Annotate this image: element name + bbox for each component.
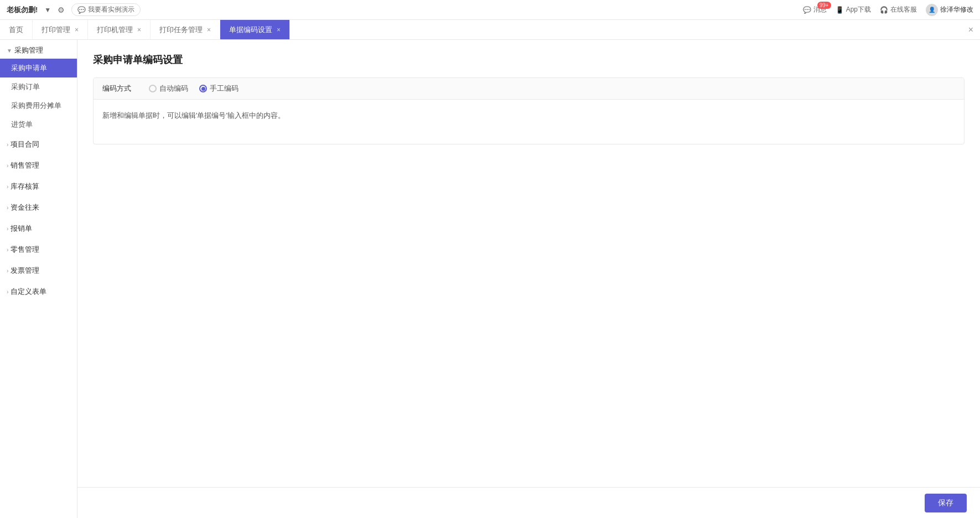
- auto-code-label: 自动编码: [159, 84, 188, 94]
- sidebar-item-purchase-request[interactable]: 采购申请单: [0, 59, 77, 77]
- chevron-right-icon-2: ›: [7, 163, 8, 169]
- sidebar-group-expense[interactable]: › 报销单: [0, 218, 77, 239]
- app-label: App下载: [846, 5, 871, 14]
- sidebar-item-purchase-expense[interactable]: 采购费用分摊单: [0, 96, 77, 115]
- encoding-description: 新增和编辑单据时，可以编辑'单据编号'输入框中的内容。: [94, 100, 964, 144]
- chevron-right-icon-5: ›: [7, 226, 8, 232]
- manual-code-circle: [199, 85, 207, 92]
- sidebar-group-project-label: 项目合同: [11, 139, 39, 149]
- sidebar: ▼ 采购管理 采购申请单 采购订单 采购费用分摊单 进货单 › 项目合同 › 销…: [0, 40, 77, 518]
- tab-bar-close-button[interactable]: ×: [962, 20, 980, 39]
- encoding-header: 编码方式 自动编码 手工编码: [94, 78, 964, 100]
- avatar: 👤: [926, 4, 938, 16]
- demo-label: 我要看实例演示: [88, 5, 134, 14]
- sidebar-group-sales-label: 销售管理: [11, 160, 39, 170]
- sidebar-group-expense-label: 报销单: [11, 224, 32, 234]
- sidebar-group-finance-label: 资金往来: [11, 203, 39, 213]
- service-label: 在线客服: [890, 5, 917, 14]
- sidebar-group-inventory[interactable]: › 库存核算: [0, 176, 77, 197]
- sidebar-item-purchase-order[interactable]: 采购订单: [0, 77, 77, 96]
- encoding-radio-group: 自动编码 手工编码: [149, 84, 238, 94]
- manual-code-label: 手工编码: [210, 84, 238, 94]
- content-inner: 采购申请单编码设置 编码方式 自动编码 手工编码: [77, 40, 980, 487]
- dropdown-icon[interactable]: ▼: [44, 6, 51, 14]
- sidebar-group-purchase-label: 采购管理: [14, 45, 43, 55]
- top-bar-right: 💬 消息 99+ 📱 App下载 🎧 在线客服 👤 徐泽华修改: [803, 4, 973, 16]
- sidebar-group-retail[interactable]: › 零售管理: [0, 239, 77, 260]
- online-service-button[interactable]: 🎧 在线客服: [880, 5, 917, 14]
- tab-encoding-settings-close[interactable]: ×: [277, 26, 281, 34]
- tab-encoding-settings[interactable]: 单据编码设置 ×: [220, 20, 290, 39]
- content-area: 采购申请单编码设置 编码方式 自动编码 手工编码: [77, 40, 980, 518]
- tab-printer-management-close[interactable]: ×: [137, 26, 141, 34]
- app-icon: 📱: [836, 6, 844, 14]
- sidebar-group-finance[interactable]: › 资金往来: [0, 197, 77, 218]
- user-menu[interactable]: 👤 徐泽华修改: [926, 4, 973, 16]
- tab-encoding-settings-label: 单据编码设置: [229, 25, 272, 35]
- sidebar-group-retail-label: 零售管理: [11, 245, 39, 255]
- sidebar-group-invoice-label: 发票管理: [11, 266, 39, 276]
- tab-bar: 首页 打印管理 × 打印机管理 × 打印任务管理 × 单据编码设置 × ×: [0, 20, 980, 40]
- user-name: 徐泽华修改: [940, 5, 973, 14]
- sidebar-group-purchase[interactable]: ▼ 采购管理: [0, 40, 77, 59]
- chevron-right-icon-7: ›: [7, 268, 8, 274]
- sidebar-group-custom-label: 自定义表单: [11, 287, 46, 297]
- manual-code-radio[interactable]: 手工编码: [199, 84, 238, 94]
- sidebar-group-custom[interactable]: › 自定义表单: [0, 281, 77, 302]
- sidebar-item-goods-receipt[interactable]: 进货单: [0, 115, 77, 134]
- chevron-right-icon-4: ›: [7, 205, 8, 211]
- encoding-section: 编码方式 自动编码 手工编码 新增和编辑单据时，可以编辑'单据编号'输入框中的内…: [93, 77, 965, 144]
- encoding-label: 编码方式: [102, 84, 131, 94]
- tab-print-management-close[interactable]: ×: [75, 26, 79, 34]
- sidebar-group-invoice[interactable]: › 发票管理: [0, 260, 77, 281]
- sidebar-item-goods-receipt-label: 进货单: [11, 120, 33, 128]
- tab-printer-management[interactable]: 打印机管理 ×: [88, 20, 151, 39]
- page-title: 采购申请单编码设置: [93, 53, 965, 66]
- gear-icon[interactable]: ⚙: [58, 6, 65, 14]
- message-icon: 💬: [803, 6, 811, 14]
- tab-home-label: 首页: [9, 25, 23, 35]
- tab-print-task-label: 打印任务管理: [159, 25, 203, 35]
- top-bar-left: 老板勿删! ▼ ⚙ 我要看实例演示: [7, 3, 141, 16]
- sidebar-group-sales[interactable]: › 销售管理: [0, 155, 77, 176]
- save-button[interactable]: 保存: [925, 494, 967, 512]
- tab-printer-management-label: 打印机管理: [97, 25, 133, 35]
- sidebar-group-project[interactable]: › 项目合同: [0, 134, 77, 155]
- logo: 老板勿删!: [7, 5, 38, 15]
- tab-print-management-label: 打印管理: [42, 25, 70, 35]
- sidebar-item-purchase-order-label: 采购订单: [11, 82, 40, 91]
- main-layout: ▼ 采购管理 采购申请单 采购订单 采购费用分摊单 进货单 › 项目合同 › 销…: [0, 40, 980, 518]
- top-bar: 老板勿删! ▼ ⚙ 我要看实例演示 💬 消息 99+ 📱 App下载 🎧 在线客…: [0, 0, 980, 20]
- sidebar-group-inventory-label: 库存核算: [11, 182, 39, 191]
- auto-code-radio[interactable]: 自动编码: [149, 84, 188, 94]
- message-button[interactable]: 💬 消息 99+: [803, 5, 827, 14]
- demo-button[interactable]: 我要看实例演示: [71, 3, 141, 16]
- tab-print-task[interactable]: 打印任务管理 ×: [151, 20, 220, 39]
- app-download-button[interactable]: 📱 App下载: [836, 5, 871, 14]
- tab-home[interactable]: 首页: [0, 20, 33, 39]
- chevron-right-icon-3: ›: [7, 184, 8, 190]
- chevron-right-icon: ›: [7, 142, 8, 148]
- chevron-right-icon-8: ›: [7, 289, 8, 295]
- chevron-right-icon-6: ›: [7, 247, 8, 253]
- chevron-down-icon: ▼: [7, 48, 12, 54]
- message-badge: 99+: [817, 2, 831, 9]
- auto-code-circle: [149, 85, 157, 92]
- headset-icon: 🎧: [880, 6, 888, 14]
- tab-print-management[interactable]: 打印管理 ×: [33, 20, 88, 39]
- content-footer: 保存: [77, 487, 980, 518]
- sidebar-item-purchase-request-label: 采购申请单: [11, 64, 47, 72]
- sidebar-item-purchase-expense-label: 采购费用分摊单: [11, 101, 61, 110]
- tab-print-task-close[interactable]: ×: [207, 26, 211, 34]
